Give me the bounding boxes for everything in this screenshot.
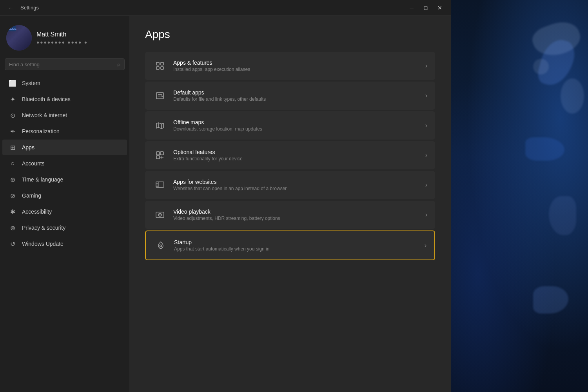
offline-maps-desc: Downloads, storage location, map updates — [173, 126, 419, 132]
sidebar-nav: ⬜ System ✦ Bluetooth & devices ⊙ Network… — [0, 75, 129, 252]
svg-point-21 — [160, 245, 162, 247]
system-icon: ⬜ — [9, 79, 16, 87]
close-icon: ✕ — [437, 5, 442, 11]
settings-item-apps-features[interactable]: Apps & features Installed apps, app exec… — [145, 52, 435, 80]
sidebar-item-network[interactable]: ⊙ Network & internet — [2, 107, 127, 123]
optional-features-icon — [153, 148, 167, 162]
apps-websites-desc: Websites that can open in an app instead… — [173, 186, 419, 191]
svg-rect-0 — [156, 62, 159, 65]
apps-features-desc: Installed apps, app execution aliases — [173, 67, 419, 72]
offline-maps-title: Offline maps — [173, 119, 419, 125]
settings-item-optional-features[interactable]: Optional features Extra functionality fo… — [145, 141, 435, 169]
offline-maps-icon — [153, 118, 167, 132]
close-button[interactable]: ✕ — [434, 2, 446, 13]
offline-maps-text: Offline maps Downloads, storage location… — [173, 119, 419, 132]
sidebar-item-bluetooth[interactable]: ✦ Bluetooth & devices — [2, 91, 127, 107]
video-playback-text: Video playback Video adjustments, HDR st… — [173, 209, 419, 221]
apps-websites-text: Apps for websites Websites that can open… — [173, 179, 419, 191]
default-apps-desc: Defaults for file and link types, other … — [173, 96, 419, 102]
update-icon: ↺ — [9, 240, 16, 248]
settings-item-startup[interactable]: Startup Apps that start automatically wh… — [145, 230, 435, 260]
sidebar-item-label: Privacy & security — [22, 225, 65, 231]
search-input[interactable] — [9, 62, 114, 67]
back-button[interactable]: ← — [5, 2, 17, 13]
back-icon: ← — [8, 5, 14, 11]
sidebar-item-label: Time & language — [22, 176, 63, 183]
startup-text: Startup Apps that start automatically wh… — [174, 239, 418, 252]
chevron-right-icon: › — [425, 242, 426, 249]
sidebar-item-update[interactable]: ↺ Windows Update — [2, 236, 127, 252]
optional-features-desc: Extra functionality for your device — [173, 156, 419, 162]
user-profile[interactable]: POLICE Matt Smith ●●●●●●●● ●●●● ● — [0, 19, 129, 58]
page-title: Apps — [145, 28, 435, 41]
time-icon: ⊕ — [9, 176, 16, 183]
sidebar-item-label: Accounts — [22, 160, 45, 167]
sidebar-item-accessibility[interactable]: ✱ Accessibility — [2, 204, 127, 220]
settings-item-video-playback[interactable]: Video playback Video adjustments, HDR st… — [145, 201, 435, 229]
search-box[interactable]: ⌕ — [5, 58, 125, 70]
default-apps-text: Default apps Defaults for file and link … — [173, 89, 419, 102]
svg-rect-4 — [156, 93, 163, 99]
settings-item-apps-websites[interactable]: Apps for websites Websites that can open… — [145, 171, 435, 199]
video-playback-icon — [153, 208, 167, 222]
chevron-right-icon: › — [425, 211, 427, 218]
default-apps-title: Default apps — [173, 89, 419, 96]
apps-features-title: Apps & features — [173, 60, 419, 66]
apps-features-text: Apps & features Installed apps, app exec… — [173, 60, 419, 72]
svg-rect-9 — [156, 152, 160, 155]
search-icon: ⌕ — [117, 61, 120, 67]
minimize-icon: ─ — [410, 5, 414, 11]
minimize-button[interactable]: ─ — [405, 2, 418, 13]
sidebar-item-label: Bluetooth & devices — [22, 96, 71, 102]
sidebar-item-personalization[interactable]: ✒ Personalization — [2, 123, 127, 139]
settings-list: Apps & features Installed apps, app exec… — [145, 52, 435, 260]
chevron-right-icon: › — [425, 92, 427, 99]
accounts-icon: ○ — [9, 160, 16, 167]
accessibility-icon: ✱ — [9, 208, 16, 216]
chevron-right-icon: › — [425, 62, 427, 69]
sidebar-item-gaming[interactable]: ⊘ Gaming — [2, 188, 127, 203]
user-info: Matt Smith ●●●●●●●● ●●●● ● — [36, 31, 88, 45]
settings-item-default-apps[interactable]: Default apps Defaults for file and link … — [145, 82, 435, 110]
sidebar-item-system[interactable]: ⬜ System — [2, 75, 127, 91]
startup-title: Startup — [174, 239, 418, 245]
apps-websites-title: Apps for websites — [173, 179, 419, 185]
sidebar-item-accounts[interactable]: ○ Accounts — [2, 156, 127, 171]
svg-point-20 — [160, 214, 161, 216]
sidebar-item-label: Network & internet — [22, 112, 67, 118]
bluetooth-icon: ✦ — [9, 95, 16, 103]
network-icon: ⊙ — [9, 111, 16, 119]
apps-nav-icon: ⊞ — [9, 143, 16, 151]
svg-rect-2 — [156, 67, 159, 69]
sidebar-item-time[interactable]: ⊕ Time & language — [2, 172, 127, 187]
sidebar-item-label: Windows Update — [22, 241, 64, 247]
svg-rect-10 — [160, 152, 163, 155]
svg-rect-3 — [161, 67, 163, 69]
sidebar: POLICE Matt Smith ●●●●●●●● ●●●● ● ⌕ — [0, 16, 129, 392]
optional-features-text: Optional features Extra functionality fo… — [173, 149, 419, 162]
chevron-right-icon: › — [425, 122, 427, 129]
startup-icon — [154, 238, 168, 252]
user-account-dots: ●●●●●●●● ●●●● ● — [36, 40, 88, 45]
video-playback-title: Video playback — [173, 209, 419, 215]
svg-rect-11 — [156, 156, 160, 159]
sidebar-item-apps[interactable]: ⊞ Apps — [2, 140, 127, 155]
sidebar-item-label: System — [22, 80, 40, 86]
svg-rect-1 — [161, 62, 163, 65]
personalization-icon: ✒ — [9, 127, 16, 135]
default-apps-icon — [153, 89, 167, 103]
maximize-button[interactable]: □ — [419, 2, 432, 13]
chevron-right-icon: › — [425, 152, 427, 159]
sidebar-item-label: Accessibility — [22, 209, 52, 215]
search-container: ⌕ — [0, 58, 129, 75]
avatar-badge: POLICE — [7, 26, 16, 31]
settings-item-offline-maps[interactable]: Offline maps Downloads, storage location… — [145, 111, 435, 140]
avatar: POLICE — [6, 25, 32, 51]
wallpaper — [451, 0, 588, 392]
sidebar-item-privacy[interactable]: ⊛ Privacy & security — [2, 220, 127, 236]
maximize-icon: □ — [424, 5, 427, 11]
optional-features-title: Optional features — [173, 149, 419, 155]
startup-desc: Apps that start automatically when you s… — [174, 246, 418, 252]
sidebar-item-label: Gaming — [22, 192, 41, 199]
main-content: Apps Apps & feat — [129, 16, 451, 392]
